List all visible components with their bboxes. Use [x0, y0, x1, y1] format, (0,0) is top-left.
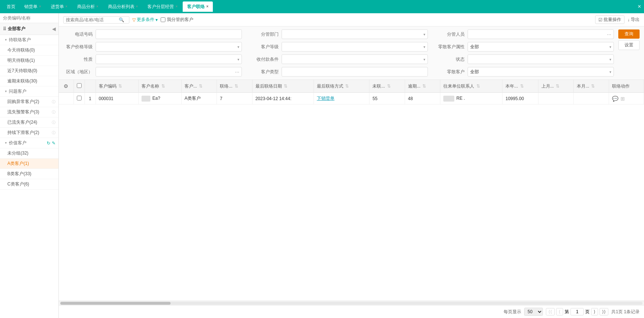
filter-my-customer[interactable]: 我分管的客户 [161, 17, 193, 23]
col-name[interactable]: 客户名称 ⇅ [139, 80, 182, 93]
col-gear[interactable]: ⚙ [59, 80, 74, 93]
close-purchase-icon[interactable]: × [65, 1, 68, 12]
nav-item-purchase[interactable]: 进货单 × [46, 1, 72, 12]
next-page-btn[interactable]: ⟩ [591, 308, 598, 315]
sidebar-item-unclassified[interactable]: 未分组(32) [0, 148, 58, 159]
batch-op-btn[interactable]: ☑ 批量操作 [595, 15, 625, 24]
info-icon-1: ⓘ [52, 99, 56, 105]
refresh-icon[interactable]: ↻ [47, 141, 50, 146]
col-level[interactable]: 客户... ⇅ [181, 80, 217, 93]
sidebar-item-class-b[interactable]: B类客户(33) [0, 169, 58, 179]
col-overdue[interactable]: 逾期... ⇅ [405, 80, 440, 93]
sidebar-item-class-c[interactable]: C类客户(6) [0, 179, 58, 190]
sidebar-group-problem[interactable]: ▼ 问题客户 [0, 86, 58, 97]
per-page-select[interactable]: 50 100 200 [524, 308, 543, 316]
filter-bar-right: ☑ 批量操作 ↓ 导出 [595, 15, 640, 24]
sidebar-group-value[interactable]: ▼ 价值客户 ↻ ✎ [0, 138, 58, 148]
filter-level-select[interactable]: ▾ [282, 42, 428, 52]
sidebar-item-lost[interactable]: 已流失客户(24) ⓘ [0, 117, 58, 128]
content-area: 🔍 ▽ 更多条件 ▾ 我分管的客户 ☑ 批量操作 ↓ 导出 [59, 13, 644, 318]
sidebar-item-lost-warning[interactable]: 流失预警客户(3) ⓘ [0, 107, 58, 117]
close-all-icon[interactable]: × [638, 3, 641, 10]
filter-person-input[interactable]: ··· [468, 29, 614, 39]
col-no-contact[interactable]: 未联... ⇅ [369, 80, 405, 93]
sidebar-collapse-icon[interactable]: ◀ [52, 26, 56, 32]
top-nav: 首页 销货单 × 进货单 × 商品分析 × 商品分析列表 × 客户分层经营 × … [0, 0, 644, 13]
last-contact-type-link[interactable]: 下销货单 [317, 96, 334, 101]
filter-field-person: 分管人员 ··· [435, 29, 614, 39]
filter-search-input[interactable] [66, 17, 117, 22]
col-this-year[interactable]: 本年... ⇅ [502, 80, 538, 93]
filter-status-select[interactable]: ▾ [468, 54, 614, 64]
filter-price-select[interactable]: ▾ [96, 42, 242, 52]
sidebar-item-tomorrow[interactable]: 明天待联络(1) [0, 56, 58, 66]
cell-level: A类客户 [181, 93, 217, 105]
filter-more-btn[interactable]: ▽ 更多条件 ▾ [132, 17, 158, 23]
retail-attr-dropdown-icon: ▾ [609, 45, 611, 49]
sidebar-all-customers[interactable]: ⠿ 全部客户 ◀ [0, 23, 58, 35]
col-this-month[interactable]: 本月... ⇅ [574, 80, 609, 93]
close-product-list-icon[interactable]: × [136, 1, 138, 12]
chat-icon[interactable]: 💬 [612, 96, 618, 102]
filter-field-retail-attr: 零散客户属性 全部 ▾ [435, 42, 614, 52]
first-page-btn[interactable]: ⟨⟨ [546, 308, 555, 315]
filter-field-status: 状态 ▾ [435, 54, 614, 64]
nav-item-sales[interactable]: 销货单 × [20, 1, 46, 12]
filter-field-payment: 收付款条件 ▾ [249, 54, 428, 64]
gear-btn[interactable]: ⚙ [62, 82, 70, 90]
my-customer-checkbox[interactable] [161, 17, 165, 22]
nav-item-product-analysis[interactable]: 商品分析 × [73, 1, 103, 12]
page-input[interactable] [570, 308, 584, 315]
horizontal-scrollbar[interactable] [59, 301, 644, 305]
triangle-icon-3: ▼ [4, 141, 7, 145]
qr-icon[interactable]: ⊞ [620, 96, 625, 102]
edit-icon[interactable]: ✎ [52, 141, 56, 146]
col-last-contact-date[interactable]: 最后联络日期 ⇅ [252, 80, 314, 93]
nav-item-product-analysis-list[interactable]: 商品分析列表 × [104, 1, 143, 12]
col-last-month[interactable]: 上月... ⇅ [538, 80, 573, 93]
close-sales-icon[interactable]: × [39, 1, 41, 12]
sidebar-item-class-a[interactable]: A类客户(1) [0, 159, 58, 169]
close-customer-tier-icon[interactable]: × [175, 1, 178, 12]
scrollbar-thumb[interactable] [60, 302, 171, 305]
col-last-contact-type[interactable]: 最后联络方式 ⇅ [314, 80, 369, 93]
main-layout: 🔍 ⠿ 全部客户 ◀ ▼ 待联络客户 今天待联络(0) 明天待联络(1) 近7天… [0, 13, 644, 318]
info-icon-4: ⓘ [52, 130, 56, 135]
sidebar-item-today[interactable]: 今天待联络(0) [0, 45, 58, 56]
filter-region-input[interactable]: ··· [96, 67, 242, 77]
sort-contact-icon: ⇅ [235, 84, 238, 89]
filter-phone-input[interactable] [96, 29, 242, 39]
export-btn[interactable]: ↓ 导出 [627, 17, 640, 23]
close-product-analysis-icon[interactable]: × [96, 1, 99, 12]
filter-dept-select[interactable]: ▾ [282, 29, 428, 39]
prev-page-btn[interactable]: ⟨ [556, 308, 563, 315]
select-all-checkbox[interactable] [77, 83, 82, 88]
sidebar-item-7days[interactable]: 近7天待联络(0) [0, 66, 58, 76]
sidebar-item-overdue[interactable]: 逾期未联络(30) [0, 76, 58, 86]
sidebar-group-pending[interactable]: ▼ 待联络客户 [0, 35, 58, 45]
sidebar-search-input[interactable] [3, 15, 58, 21]
nav-home[interactable]: 首页 [3, 1, 19, 12]
filter-search-icon[interactable]: 🔍 [119, 17, 124, 22]
setting-button[interactable]: 设置 [618, 40, 640, 50]
query-button[interactable]: 查询 [618, 29, 640, 39]
close-customer-contact-icon[interactable]: × [206, 1, 208, 12]
sidebar-search-bar: 🔍 [0, 13, 58, 23]
row-checkbox[interactable] [77, 96, 82, 100]
last-page-btn[interactable]: ⟩⟩ [600, 308, 608, 315]
filter-retail-attr-select[interactable]: 全部 ▾ [468, 42, 614, 52]
cell-action: 💬 ⊞ [609, 93, 644, 105]
col-contact[interactable]: 联络... ⇅ [217, 80, 252, 93]
sidebar-item-abnormal-repurchase[interactable]: 回购异常客户(2) ⓘ [0, 97, 58, 107]
nav-item-customer-contact[interactable]: 客户联络 × [183, 1, 213, 12]
col-unit-contact[interactable]: 往来单位联系人 ⇅ [440, 80, 502, 93]
filter-nature-select[interactable]: ▾ [96, 54, 242, 64]
sidebar-item-declining[interactable]: 持续下滑客户(2) ⓘ [0, 128, 58, 138]
sort-date-icon: ⇅ [284, 84, 287, 89]
nav-item-customer-tier[interactable]: 客户分层经营 × [143, 1, 182, 12]
filter-customer-type-input[interactable] [282, 67, 428, 77]
filter-field-customer-level: 客户等级 ▾ [249, 42, 428, 52]
filter-payment-select[interactable]: ▾ [282, 54, 428, 64]
col-code[interactable]: 客户编码 ⇅ [96, 80, 139, 93]
filter-retail-select[interactable]: 全部 ▾ [468, 67, 614, 77]
